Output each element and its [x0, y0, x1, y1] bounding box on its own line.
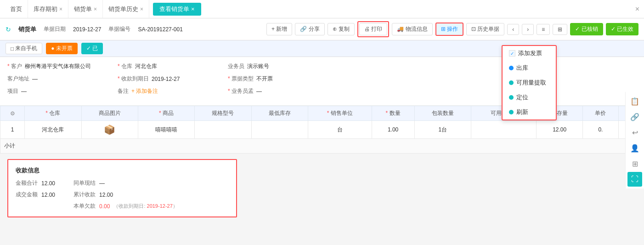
- sidebar-user-icon[interactable]: 👤: [627, 141, 642, 155]
- toolbar-actions: + 新增 🔗 分享 ⊕ 复制 🖨 打印 🚚 物流信息 ⊞ 操作 ⊡ 历史单据: [266, 21, 638, 37]
- salesman-value: —: [256, 88, 262, 95]
- project-field: 项目 —: [7, 87, 108, 95]
- not-invoiced-button[interactable]: ● 未开票: [46, 43, 78, 54]
- row-available: [471, 121, 537, 139]
- staff-field: 业务员 演示账号: [228, 63, 329, 70]
- col-unit: 销售单位: [308, 106, 372, 121]
- due-date-value: 2019-12-27: [152, 76, 180, 82]
- tab-bar: 首页 库存期初 × 销货单 × 销货单历史 × 查看销货单 × ×: [0, 0, 644, 18]
- tab-sales-label: 销货单: [74, 5, 92, 13]
- print-button[interactable]: 🖨 打印: [359, 23, 387, 35]
- grid-view-button[interactable]: ⊞: [553, 24, 567, 35]
- effective-button[interactable]: ✓ 已生效: [606, 23, 638, 35]
- salesman-field: 业务员孟 —: [228, 87, 329, 95]
- due-date-field: 收款到期日 2019-12-27: [118, 75, 219, 83]
- total-amount-row: 金额合计 12.00: [16, 179, 55, 187]
- close-all-tabs[interactable]: ×: [635, 5, 639, 13]
- confirmed-button[interactable]: ✓ 已: [81, 43, 103, 54]
- sidebar-grid-icon[interactable]: ⊞: [627, 156, 642, 171]
- payment-section: 收款信息 金额合计 12.00 成交金额 12.00 同单现结 —: [0, 154, 644, 223]
- same-order-value: —: [99, 180, 105, 187]
- payment-info-rows: 金额合计 12.00 成交金额 12.00 同单现结 — 累计收款: [16, 179, 229, 210]
- tab-sales-history[interactable]: 销货单历史 ×: [103, 0, 149, 18]
- grid-view-icon: ⊞: [558, 26, 562, 33]
- same-order-label: 同单现结: [73, 179, 96, 187]
- share-button[interactable]: 🔗 分享: [295, 23, 324, 35]
- operations-button[interactable]: ⊞ 操作: [435, 23, 463, 36]
- tab-sales-history-close[interactable]: ×: [140, 6, 143, 12]
- prev-button[interactable]: ‹: [507, 24, 519, 35]
- address-field: 客户地址 —: [7, 75, 108, 83]
- row-unit: 台: [308, 121, 372, 139]
- history-docs-button[interactable]: ⊡ 历史单据: [466, 23, 504, 35]
- doc-icon: ↻: [6, 26, 11, 33]
- tab-sales-close[interactable]: ×: [94, 6, 97, 12]
- doc-no-label: 单据编号: [108, 25, 130, 33]
- from-mobile-button[interactable]: □ 来自手机: [6, 43, 42, 54]
- payment-info-col-1: 金额合计 12.00 成交金额 12.00: [16, 179, 55, 210]
- tab-home[interactable]: 首页: [5, 0, 28, 18]
- address-label: 客户地址: [7, 75, 29, 83]
- new-button-label: + 新增: [271, 25, 287, 33]
- sidebar-docs-icon[interactable]: 📋: [627, 94, 642, 108]
- payment-info-col-2: 同单现结 — 累计收款 12.00 本单欠款 0.00 （收款到期日: 2019…: [73, 179, 178, 210]
- salesman-label: 业务员孟: [228, 87, 254, 95]
- note-label: 备注: [118, 87, 129, 95]
- tab-view-sales-close[interactable]: ×: [191, 6, 195, 12]
- sidebar-link-icon[interactable]: 🔗: [627, 109, 642, 124]
- tab-view-sales-label: 查看销货单: [159, 5, 189, 13]
- list-view-button[interactable]: ≡: [537, 24, 550, 35]
- available-qty-item[interactable]: 可用量提取: [503, 75, 556, 90]
- row-qty: 1.00: [372, 121, 414, 139]
- available-qty-label: 可用量提取: [516, 79, 546, 87]
- ticket-type-field: 票据类型 不开票: [228, 75, 329, 83]
- customer-field: 客户 柳州粤港平安气体有限公司: [7, 63, 108, 70]
- row-pack-qty: 1台: [414, 121, 471, 139]
- sidebar-expand-icon[interactable]: ⛶: [627, 172, 642, 187]
- add-invoice-item[interactable]: ✓ 添加发票: [503, 46, 556, 61]
- row-min-stock: [251, 121, 308, 139]
- next-button[interactable]: ›: [522, 24, 534, 35]
- tab-view-sales[interactable]: 查看销货单 ×: [153, 3, 201, 16]
- verified-button-label: ✓ 已核销: [575, 25, 598, 33]
- tab-inventory-label: 库存期初: [34, 5, 57, 13]
- not-invoiced-label: ● 未开票: [51, 45, 73, 52]
- new-button[interactable]: + 新增: [266, 23, 292, 35]
- outstanding-value: 0.00: [99, 203, 110, 210]
- locate-label: 定位: [516, 93, 528, 102]
- logistics-button[interactable]: 🚚 物流信息: [392, 23, 432, 35]
- from-mobile-label: 来自手机: [15, 45, 37, 52]
- tab-inventory-close[interactable]: ×: [59, 6, 62, 12]
- cumulative-row: 累计收款 12.00: [73, 191, 178, 199]
- warehouse-field: 仓库 河北仓库: [118, 63, 219, 70]
- effective-button-label: ✓ 已生效: [611, 25, 633, 33]
- print-button-label: 🖨 打印: [364, 25, 382, 33]
- add-invoice-label: 添加发票: [518, 49, 542, 57]
- col-settings[interactable]: ⚙: [0, 106, 25, 121]
- address-value: —: [32, 76, 38, 82]
- locate-item[interactable]: 定位: [503, 90, 556, 105]
- add-note-button[interactable]: + 添加备注: [131, 87, 158, 95]
- total-amount-label: 金额合计: [16, 179, 38, 187]
- verified-button[interactable]: ✓ 已核销: [570, 23, 603, 35]
- outbound-dot: [509, 66, 514, 70]
- ticket-type-label: 票据类型: [228, 75, 254, 83]
- col-warehouse: 仓库: [25, 106, 81, 121]
- outbound-item[interactable]: 出库: [503, 61, 556, 75]
- refresh-dot: [509, 110, 514, 114]
- tab-sales[interactable]: 销货单 ×: [68, 0, 103, 18]
- deal-amount-label: 成交金额: [16, 191, 38, 199]
- refresh-item[interactable]: 刷新: [503, 105, 556, 120]
- tab-inventory[interactable]: 库存期初 ×: [28, 0, 68, 18]
- cumulative-value: 12.00: [99, 192, 113, 198]
- confirmed-label: ✓ 已: [86, 45, 98, 52]
- warehouse-value: 河北仓库: [135, 63, 157, 70]
- subtotal-row: 小计: [0, 139, 644, 154]
- copy-button[interactable]: ⊕ 复制: [328, 23, 355, 35]
- row-warehouse: 河北仓库: [25, 121, 81, 139]
- project-value: —: [21, 88, 27, 95]
- row-product: 嘻嘻嘻嘻: [138, 121, 194, 139]
- sidebar-return-icon[interactable]: ↩: [627, 125, 642, 140]
- row-spec: [195, 121, 251, 139]
- doc-info: ↻ 销货单 单据日期 2019-12-27 单据编号 SA-20191227-0…: [6, 25, 263, 34]
